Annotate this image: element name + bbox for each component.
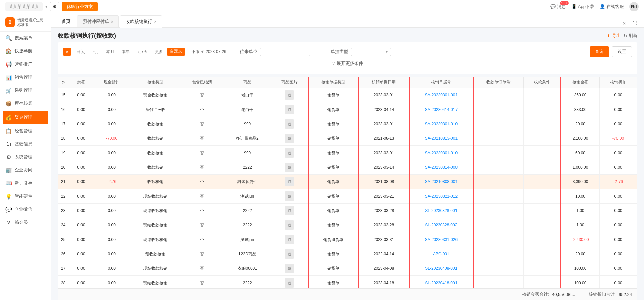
sidebar-item-quick[interactable]: 🏠 快捷导航 xyxy=(0,45,51,58)
cell-writeoff-type: 收款核销 xyxy=(130,131,180,146)
sidebar-item-basic[interactable]: 🗂 基础信息 xyxy=(0,138,51,151)
settings-icon-btn[interactable]: ⚙ xyxy=(50,2,59,11)
tab-home[interactable]: 首页 xyxy=(56,16,76,27)
cell-writeoff-discount: 0.00 xyxy=(600,261,637,276)
sidebar-item-system[interactable]: ⚙ 系统管理 xyxy=(0,151,51,164)
voucher-no-link[interactable]: SA-20230314-008 xyxy=(425,165,458,170)
cell-goods: 2222 xyxy=(224,218,271,232)
voucher-no-link[interactable]: SA-20230414-017 xyxy=(425,107,458,112)
cell-writeoff-discount: 0.00 xyxy=(600,276,637,289)
cell-include-settled: 否 xyxy=(180,218,224,232)
main-layout: 6 畅捷通谱好生意 标准版 🔍 搜索菜单 🏠 快捷导航 📢 营销推广 📊 销售管… xyxy=(0,13,644,300)
cell-writeoff-voucher-no: SA-20230314-008 xyxy=(409,160,473,175)
tab-bar: 首页 预付冲应付单 × 收款核销执行 × ✕ ⛶ xyxy=(51,13,644,28)
sidebar-item-operation[interactable]: 📋 经营管理 xyxy=(0,125,51,138)
top-bar-right: 💬 消息 99+ 📱 App下载 👤 在线客服 Rit xyxy=(550,2,639,11)
industry-solution-button[interactable]: 休验行业方案 xyxy=(62,2,98,11)
export-button[interactable]: ⬆ 导出 xyxy=(607,33,621,39)
sidebar-item-marketing[interactable]: 📢 营销推广 xyxy=(0,58,51,71)
sidebar-item-collab[interactable]: 🏢 企业协同 xyxy=(0,164,51,177)
counterpart-input[interactable] xyxy=(260,48,310,56)
export-icon: ⬆ xyxy=(607,33,611,38)
cell-writeoff-voucher-type: 销货单 xyxy=(308,146,359,160)
date-btn-more[interactable]: 更多 xyxy=(152,48,166,56)
sidebar-item-purchase[interactable]: 🛒 采购管理 xyxy=(0,84,51,97)
counterpart-dots[interactable]: ... xyxy=(313,49,317,55)
cell-receipt-order-no xyxy=(473,117,524,131)
voucher-type-select[interactable] xyxy=(351,48,391,56)
sidebar-item-search[interactable]: 🔍 搜索菜单 xyxy=(0,32,51,45)
cell-receipt-order-no xyxy=(473,131,524,146)
app-download-button[interactable]: 📱 App下载 xyxy=(571,4,594,10)
date-btn-custom[interactable]: 自定义 xyxy=(167,48,185,56)
sidebar-item-inventory[interactable]: 📦 库存核算 xyxy=(0,97,51,110)
company-dropdown-icon[interactable]: ▾ xyxy=(45,4,47,9)
voucher-no-link[interactable]: SA-20230331-026 xyxy=(425,237,458,242)
voucher-no-link[interactable]: SA-20210813-001 xyxy=(425,136,458,141)
sidebar-item-label: 采购管理 xyxy=(15,87,32,93)
footer-discount: 核销折扣合计: 952.24 xyxy=(589,291,632,297)
cell-writeoff-voucher-date: 2023-03-21 xyxy=(359,189,409,204)
cell-writeoff-voucher-date: 2021-08-08 xyxy=(359,175,409,189)
date-range-display: 不限 至 2023-07-26 xyxy=(192,49,226,55)
cell-receipt-order-no xyxy=(473,146,524,160)
voucher-no-link[interactable]: SA-20230321-012 xyxy=(425,194,458,199)
cell-writeoff-voucher-type: 销货单 xyxy=(308,189,359,204)
sidebar-item-sales[interactable]: 📊 销售管理 xyxy=(0,71,51,84)
cell-writeoff-voucher-no: SA-20230301-010 xyxy=(409,146,473,160)
close-window-icon[interactable]: ✕ xyxy=(620,19,628,27)
cell-goods: 999 xyxy=(224,146,271,160)
tab-collection-close[interactable]: × xyxy=(154,19,156,24)
goods-image-thumb: 🖼 xyxy=(285,191,294,201)
voucher-no-link[interactable]: SA-20230301-010 xyxy=(425,122,458,126)
sidebar-item-hardware[interactable]: 💡 智能硬件 xyxy=(0,190,51,203)
th-balance: 余额 xyxy=(69,77,93,88)
avatar[interactable]: Rit xyxy=(629,2,639,11)
maximize-icon[interactable]: ⛶ xyxy=(631,19,639,27)
cell-writeoff-voucher-no: SA-20210808-001 xyxy=(409,175,473,189)
th-writeoff-voucher-date: 核销单据日期 xyxy=(359,77,409,88)
cell-receipt-condition xyxy=(524,131,561,146)
cell-writeoff-voucher-type: 销货单 xyxy=(308,88,359,102)
message-button[interactable]: 💬 消息 99+ xyxy=(550,4,566,10)
sidebar-item-finance[interactable]: 💰 资金管理 xyxy=(3,111,48,124)
sidebar-item-guide[interactable]: 📖 新手引导 xyxy=(0,177,51,190)
cell-balance: 0.00 xyxy=(69,88,93,102)
filter-collapse-btn[interactable]: » xyxy=(63,48,71,56)
filter-settings-button[interactable]: 设置 xyxy=(612,46,632,57)
tab-collection[interactable]: 收款核销执行 × xyxy=(120,15,162,28)
voucher-no-link[interactable]: SL-20230418-001 xyxy=(425,281,457,285)
sidebar-item-member[interactable]: V 畅会员 xyxy=(0,216,51,229)
voucher-no-link[interactable]: SL-20230328-001 xyxy=(425,208,457,213)
query-button[interactable]: 查询 xyxy=(590,46,609,57)
table-row: 20 0.00 0.00 收款核销 否 2222 🖼 销货单 2023-03-1… xyxy=(58,160,637,175)
date-btn-prev-month[interactable]: 上月 xyxy=(88,48,102,56)
cell-goods-image: 🖼 xyxy=(271,189,308,204)
voucher-type-select-wrapper xyxy=(351,48,391,56)
cell-balance: 0.00 xyxy=(69,102,93,117)
online-service-button[interactable]: 👤 在线客服 xyxy=(600,4,624,10)
sales-icon: 📊 xyxy=(5,74,12,81)
cell-writeoff-discount: 0.00 xyxy=(600,146,637,160)
tab-prepay[interactable]: 预付冲应付单 × xyxy=(77,15,119,27)
table-row: 17 0.00 0.00 收款核销 否 999 🖼 销货单 2023-03-01… xyxy=(58,117,637,131)
voucher-no-link[interactable]: SA-20230301-001 xyxy=(425,93,458,97)
refresh-button[interactable]: ↻ 刷新 xyxy=(624,33,637,39)
th-settings[interactable]: ⚙ xyxy=(58,77,69,88)
voucher-no-link[interactable]: ABC-001 xyxy=(433,252,449,256)
date-btn-7days[interactable]: 近7天 xyxy=(134,48,151,56)
voucher-no-link[interactable]: SL-20230328-002 xyxy=(425,223,457,227)
sidebar-item-wechat[interactable]: 💬 企业微信 xyxy=(0,203,51,216)
footer-amount: 核销金额合计: 40,556,66... xyxy=(522,291,575,297)
tab-prepay-close[interactable]: × xyxy=(111,19,113,24)
cell-include-settled: 否 xyxy=(180,189,224,204)
table-scroll[interactable]: ⚙ 余额 现金折扣 核销类型 包含已结清 商品 商品图片 核销单据类型 核销单据… xyxy=(58,77,637,288)
cell-goods-image: 🖼 xyxy=(271,117,308,131)
expand-conditions-button[interactable]: ∨ 展开更多条件 xyxy=(328,58,367,69)
voucher-no-link[interactable]: SA-20210808-001 xyxy=(425,179,458,184)
cell-writeoff-amount: 10.00 xyxy=(561,189,600,204)
voucher-no-link[interactable]: SL-20230408-001 xyxy=(425,266,457,271)
date-btn-this-year[interactable]: 本年 xyxy=(119,48,133,56)
date-btn-this-month[interactable]: 本月 xyxy=(103,48,117,56)
voucher-no-link[interactable]: SA-20230301-010 xyxy=(425,151,458,155)
